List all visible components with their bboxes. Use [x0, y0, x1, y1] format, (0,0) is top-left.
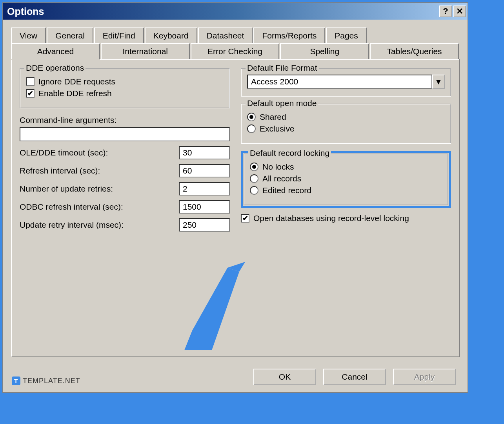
tab-international[interactable]: International — [101, 43, 190, 59]
dropdown-file-format-button[interactable]: ▼ — [432, 75, 445, 89]
input-refresh-interval[interactable] — [179, 164, 230, 177]
checkbox-enable-dde[interactable]: ✔ — [26, 89, 35, 98]
dialog-buttons: OK Cancel Apply — [253, 369, 456, 385]
checkbox-record-level-lock[interactable]: ✔ — [241, 214, 249, 223]
window-title: Options — [7, 6, 44, 17]
svg-marker-1 — [227, 262, 245, 272]
tab-pages[interactable]: Pages — [326, 27, 367, 43]
options-dialog: Options ? ✕ View General Edit/Find Keybo… — [2, 2, 468, 393]
tab-advanced[interactable]: Advanced — [11, 43, 100, 60]
group-open-mode-title: Default open mode — [246, 99, 318, 108]
watermark-icon: T — [12, 376, 20, 385]
group-open-mode: Default open mode Shared Exclusive — [241, 104, 451, 144]
radio-shared[interactable] — [247, 113, 256, 121]
tab-view[interactable]: View — [11, 27, 46, 43]
group-file-format: Default File Format Access 2000 ▼ — [241, 68, 451, 97]
chevron-down-icon: ▼ — [435, 77, 443, 86]
svg-marker-0 — [184, 268, 239, 350]
label-ole-timeout: OLE/DDE timeout (sec): — [20, 148, 179, 157]
radio-edited-record[interactable] — [250, 186, 258, 195]
watermark: T TEMPLATE.NET — [12, 376, 80, 385]
close-icon: ✕ — [456, 6, 463, 16]
group-record-locking-title: Default record locking — [248, 148, 331, 158]
label-all-records: All records — [262, 174, 301, 183]
tab-forms-reports[interactable]: Forms/Reports — [253, 27, 325, 43]
label-shared: Shared — [260, 112, 286, 122]
label-enable-dde: Enable DDE refresh — [38, 89, 112, 98]
label-edited-record: Edited record — [262, 186, 311, 195]
input-ole-timeout[interactable] — [179, 146, 230, 159]
tab-strip: View General Edit/Find Keyboard Datashee… — [11, 27, 460, 59]
close-button[interactable]: ✕ — [453, 5, 466, 17]
label-exclusive: Exclusive — [260, 124, 295, 133]
checkbox-ignore-dde[interactable] — [26, 77, 35, 86]
radio-exclusive[interactable] — [247, 124, 256, 133]
input-cmdline[interactable] — [20, 127, 230, 141]
tab-panel-advanced: DDE operations Ignore DDE requests ✔ Ena… — [11, 59, 460, 357]
tab-edit-find[interactable]: Edit/Find — [94, 27, 144, 43]
help-icon: ? — [443, 6, 448, 16]
tab-spelling[interactable]: Spelling — [280, 43, 369, 59]
tab-general[interactable]: General — [47, 27, 93, 43]
label-cmdline: Command-line arguments: — [20, 115, 230, 125]
radio-no-locks[interactable] — [250, 163, 258, 171]
arrow-annotation-icon — [173, 260, 251, 358]
group-file-format-title: Default File Format — [246, 63, 319, 73]
watermark-text: TEMPLATE.NET — [23, 377, 80, 385]
dropdown-file-format-value: Access 2000 — [247, 75, 432, 89]
label-retry-interval: Update retry interval (msec): — [20, 220, 179, 230]
input-retry-interval[interactable] — [179, 218, 230, 232]
label-refresh-interval: Refresh interval (sec): — [20, 166, 179, 175]
label-ignore-dde: Ignore DDE requests — [38, 77, 115, 86]
group-dde-operations: DDE operations Ignore DDE requests ✔ Ena… — [20, 68, 230, 108]
input-odbc-refresh[interactable] — [179, 200, 230, 214]
apply-button[interactable]: Apply — [393, 369, 456, 385]
tab-tables-queries[interactable]: Tables/Queries — [370, 43, 459, 59]
tab-error-checking[interactable]: Error Checking — [191, 43, 280, 59]
radio-all-records[interactable] — [250, 174, 258, 183]
label-update-retries: Number of update retries: — [20, 184, 179, 194]
titlebar: Options ? ✕ — [3, 3, 468, 20]
help-button[interactable]: ? — [439, 5, 452, 17]
group-record-locking: Default record locking No locks All reco… — [244, 154, 448, 205]
cancel-button[interactable]: Cancel — [323, 369, 386, 385]
tab-datasheet[interactable]: Datasheet — [198, 27, 253, 43]
input-update-retries[interactable] — [179, 182, 230, 196]
group-dde-title: DDE operations — [24, 63, 86, 73]
dropdown-file-format[interactable]: Access 2000 ▼ — [247, 75, 445, 89]
ok-button[interactable]: OK — [253, 369, 316, 385]
highlight-annotation: Default record locking No locks All reco… — [241, 151, 451, 208]
label-no-locks: No locks — [262, 162, 294, 172]
label-odbc-refresh: ODBC refresh interval (sec): — [20, 202, 179, 212]
tab-keyboard[interactable]: Keyboard — [145, 27, 197, 43]
label-record-level-lock: Open databases using record-level lockin… — [253, 214, 409, 223]
